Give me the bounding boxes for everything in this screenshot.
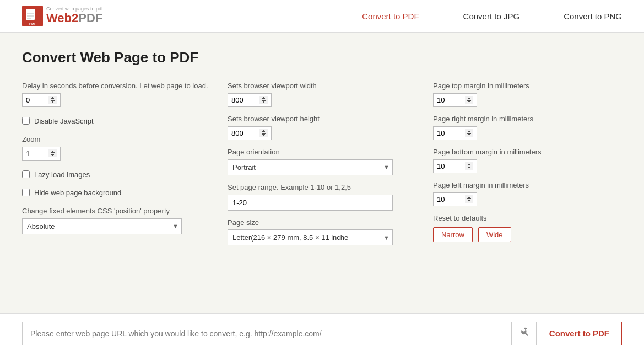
zoom-label: Zoom <box>22 135 211 145</box>
convert-pdf-button[interactable]: Convert to PDF <box>537 322 622 345</box>
right-margin-label: Page right margin in millimeters <box>433 115 622 124</box>
hide-bg-checkbox[interactable] <box>22 189 30 196</box>
reset-buttons: Narrow Wide <box>433 227 622 242</box>
right-margin-input[interactable] <box>433 126 477 140</box>
fixed-css-select[interactable]: Absolute Relative Static Fixed <box>22 218 182 234</box>
reset-defaults-label: Reset to defaults <box>433 214 622 223</box>
nav-convert-png[interactable]: Convert to PNG <box>564 12 622 21</box>
svg-rect-4 <box>27 15 34 17</box>
fixed-css-label: Change fixed elements CSS 'position' pro… <box>22 207 211 216</box>
logo-name: Web2PDF <box>46 12 103 25</box>
page-range-group: Set page range. Example 1-10 or 1,2,5 <box>228 183 416 211</box>
viewport-width-label: Sets browser viewport width <box>228 82 416 91</box>
page-range-input[interactable] <box>228 195 393 211</box>
fixed-css-field-group: Change fixed elements CSS 'position' pro… <box>22 207 211 234</box>
delay-field-group: Delay in seconds before conversion. Let … <box>22 82 211 107</box>
header: PDF Convert web pages to pdf Web2PDF Con… <box>0 0 644 33</box>
viewport-width-group: Sets browser viewport width <box>228 82 416 107</box>
page-range-label: Set page range. Example 1-10 or 1,2,5 <box>228 183 416 192</box>
svg-rect-5 <box>27 18 31 19</box>
page-size-group: Page size Letter(216 × 279 mm, 8.5 × 11 … <box>228 218 416 246</box>
lazy-load-row: Lazy load images <box>22 170 211 179</box>
narrow-button[interactable]: Narrow <box>433 227 473 242</box>
logo-icon: PDF <box>22 6 43 26</box>
hide-bg-label: Hide web page background <box>34 189 121 197</box>
lazy-load-checkbox[interactable] <box>22 170 30 178</box>
top-margin-group: Page top margin in millimeters <box>433 82 622 107</box>
viewport-width-input[interactable] <box>228 93 272 107</box>
right-margin-group: Page right margin in millimeters <box>433 115 622 140</box>
delay-label: Delay in seconds before conversion. Let … <box>22 82 211 91</box>
viewport-height-input[interactable] <box>228 126 272 140</box>
delay-input[interactable] <box>22 93 61 107</box>
orientation-group: Page orientation Portrait Landscape ▼ <box>228 148 416 175</box>
url-input[interactable] <box>23 323 511 345</box>
main-content: Convert Web Page to PDF Delay in seconds… <box>0 33 644 273</box>
wide-button[interactable]: Wide <box>478 227 511 242</box>
orientation-select[interactable]: Portrait Landscape <box>228 159 393 175</box>
bottom-margin-input[interactable] <box>433 159 477 173</box>
form-grid: Delay in seconds before conversion. Let … <box>22 82 622 245</box>
nav-convert-pdf[interactable]: Convert to PDF <box>362 12 419 21</box>
zoom-input[interactable] <box>22 147 61 161</box>
svg-text:PDF: PDF <box>29 22 36 25</box>
bottom-bar: Convert to PDF <box>0 313 644 353</box>
left-margin-label: Page left margin in millimeters <box>433 181 622 190</box>
nav-convert-jpg[interactable]: Convert to JPG <box>463 12 520 21</box>
zoom-field-group: Zoom <box>22 135 211 161</box>
left-margin-group: Page left margin in millimeters <box>433 181 622 206</box>
column-1: Delay in seconds before conversion. Let … <box>22 82 211 245</box>
bottom-margin-group: Page bottom margin in millimeters <box>433 148 622 173</box>
wrench-icon <box>518 327 529 338</box>
column-2: Sets browser viewport width Sets browser… <box>228 82 416 245</box>
page-size-select[interactable]: Letter(216 × 279 mm, 8.5 × 11 inche A4 A… <box>228 229 393 245</box>
page-title: Convert Web Page to PDF <box>22 49 622 66</box>
url-input-wrap <box>22 322 537 345</box>
left-margin-input[interactable] <box>433 192 477 206</box>
viewport-height-group: Sets browser viewport height <box>228 115 416 140</box>
lazy-load-label: Lazy load images <box>34 170 90 179</box>
main-nav: Convert to PDF Convert to JPG Convert to… <box>362 12 622 21</box>
disable-js-row: Disable JavaScript <box>22 117 211 125</box>
svg-rect-3 <box>27 13 34 14</box>
top-margin-input[interactable] <box>433 93 477 107</box>
disable-js-checkbox[interactable] <box>22 117 30 125</box>
orientation-label: Page orientation <box>228 148 416 157</box>
reset-defaults-group: Reset to defaults Narrow Wide <box>433 214 622 243</box>
top-margin-label: Page top margin in millimeters <box>433 82 622 91</box>
viewport-height-label: Sets browser viewport height <box>228 115 416 124</box>
column-3: Page top margin in millimeters Page righ… <box>433 82 622 245</box>
disable-js-label: Disable JavaScript <box>34 117 94 125</box>
logo: PDF Convert web pages to pdf Web2PDF <box>22 6 103 26</box>
wrench-button[interactable] <box>511 322 536 345</box>
page-size-label: Page size <box>228 218 416 228</box>
bottom-margin-label: Page bottom margin in millimeters <box>433 148 622 157</box>
hide-bg-row: Hide web page background <box>22 189 211 197</box>
